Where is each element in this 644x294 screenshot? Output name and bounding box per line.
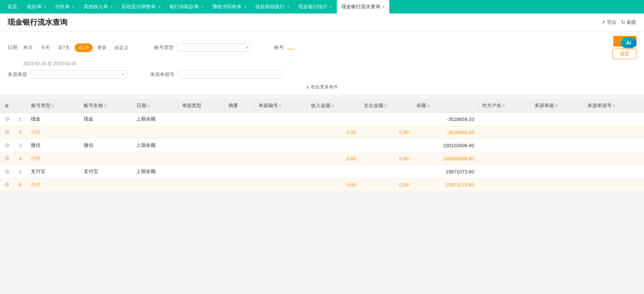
account-type-label: 账号类型 xyxy=(154,44,174,51)
cell-doc_no xyxy=(254,126,307,139)
nav-tab-现金银行统计[interactable]: 现金银行统计× xyxy=(294,0,336,13)
export-label: 导出 xyxy=(607,19,617,26)
cell-account_type: 支付宝 xyxy=(27,165,80,178)
cell-source_doc_no xyxy=(583,152,644,165)
cell-source_doc_no xyxy=(583,113,644,126)
table-row: ⚙2小计0.000.00-3528659.33 xyxy=(0,126,644,139)
col-header-source_doc_no[interactable]: 来源单据号⇅ xyxy=(583,99,644,113)
row-gear-icon[interactable]: ⚙ xyxy=(4,181,10,188)
nav-tab-付款单[interactable]: 付款单× xyxy=(51,0,79,13)
sort-icon-doc_no: ⇅ xyxy=(279,104,282,108)
close-tab-icon[interactable]: × xyxy=(72,4,74,9)
source-doc-no-input[interactable] xyxy=(177,70,282,79)
cell-doc_no xyxy=(254,152,307,165)
col-header-income[interactable]: 收入金额⇅ xyxy=(307,99,360,113)
row-gear-icon[interactable]: ⚙ xyxy=(4,168,10,175)
col-header-expense[interactable]: 支出金额⇅ xyxy=(360,99,413,113)
cell-expense: 0.00 xyxy=(360,178,413,191)
row-gear-icon[interactable]: ⚙ xyxy=(4,129,10,136)
gear-icon[interactable]: ⚙ xyxy=(5,103,9,109)
filter-row-2: 来源单据 ▾ 来源单据号 xyxy=(8,70,636,79)
sort-icon-date: ⇅ xyxy=(147,104,150,108)
col-header-doc_type: 单据类型 xyxy=(178,99,225,113)
col-header-gear: ⚙ xyxy=(0,99,14,113)
date-btn-more[interactable]: 更多 xyxy=(94,43,110,52)
cell-balance: 100102606.60 xyxy=(413,139,478,152)
filter-area: 日期 昨天今天近7天近1月更多自定义 账号类型 ▾ 账号 ... 查询 设置 2… xyxy=(0,31,644,95)
cell-num: 1 xyxy=(14,113,27,126)
row-gear-icon[interactable]: ⚙ xyxy=(4,155,10,162)
nav-tab-现金银行流水查询[interactable]: 现金银行流水查询× xyxy=(337,0,389,13)
date-btn-7days[interactable]: 近7天 xyxy=(55,43,73,52)
nav-tab-其他收入单[interactable]: 其他收入单× xyxy=(79,0,117,13)
collapse-icon: ∧ xyxy=(306,85,309,90)
cell-num: 3 xyxy=(14,139,27,152)
refresh-button[interactable]: ↻ 刷新 xyxy=(621,19,636,26)
close-tab-icon[interactable]: × xyxy=(110,4,113,9)
nav-tab-银行存取款单[interactable]: 银行存取款单× xyxy=(165,0,208,13)
close-tab-icon[interactable]: × xyxy=(44,4,46,9)
cell-expense: 0.00 xyxy=(360,152,413,165)
cell-counterpart xyxy=(478,113,531,126)
col-header-source_doc[interactable]: 来源单据⇅ xyxy=(531,99,584,113)
cell-doc_type xyxy=(178,165,225,178)
filter-row-1: 日期 昨天今天近7天近1月更多自定义 账号类型 ▾ 账号 ... 查询 设置 xyxy=(8,36,636,59)
cell-gear: ⚙ xyxy=(0,139,14,152)
ai-badge[interactable]: Ai xyxy=(621,37,636,48)
cell-gear: ⚙ xyxy=(0,165,14,178)
date-btn-1month[interactable]: 近1月 xyxy=(75,43,93,52)
cell-doc_type xyxy=(178,113,225,126)
nav-home[interactable]: 首页 xyxy=(3,0,22,13)
col-header-balance[interactable]: 余额⇅ xyxy=(413,99,478,113)
top-nav: 首页 收款单×付款单×其他收入单×应收应付调整单×银行存取款单×预收冲应收单×收… xyxy=(0,0,644,13)
source-doc-select[interactable]: ▾ xyxy=(30,70,128,79)
cell-balance: 19871073.60 xyxy=(413,178,478,191)
cell-income: 0.00 xyxy=(307,178,360,191)
account-dots[interactable]: ... xyxy=(287,44,295,52)
nav-tab-应收应付调整单[interactable]: 应收应付调整单× xyxy=(117,0,165,13)
account-type-filter: 账号类型 ▾ xyxy=(154,43,252,52)
nav-tab-收款单[interactable]: 收款单× xyxy=(23,0,51,13)
cell-date xyxy=(132,152,178,165)
tab-label: 银行存取款单 xyxy=(170,3,199,10)
cell-counterpart xyxy=(478,152,531,165)
tab-label: 收款核销执行 xyxy=(255,3,285,10)
collapse-label: 收起更多条件 xyxy=(311,84,338,90)
account-type-select[interactable]: ▾ xyxy=(177,43,252,52)
col-header-doc_no[interactable]: 单据编号⇅ xyxy=(254,99,307,113)
cell-account_type: 微信 xyxy=(27,139,80,152)
cell-account_name xyxy=(80,126,133,139)
export-icon: ↗ xyxy=(601,19,605,25)
date-btn-yesterday[interactable]: 昨天 xyxy=(20,43,36,52)
close-tab-icon[interactable]: × xyxy=(383,4,385,9)
row-gear-icon[interactable]: ⚙ xyxy=(4,116,10,122)
cell-expense: 0.00 xyxy=(360,126,413,139)
close-tab-icon[interactable]: × xyxy=(330,4,332,9)
col-header-counterpart[interactable]: 对方户名⇅ xyxy=(478,99,531,113)
cell-counterpart xyxy=(478,178,531,191)
close-tab-icon[interactable]: × xyxy=(287,4,289,9)
account-label: 账号 xyxy=(274,44,284,51)
cell-expense xyxy=(360,139,413,152)
col-header-account_name[interactable]: 账号名称⇅ xyxy=(80,99,133,113)
row-gear-icon[interactable]: ⚙ xyxy=(4,142,10,149)
nav-tab-预收冲应收单[interactable]: 预收冲应收单× xyxy=(208,0,251,13)
date-btn-today[interactable]: 今天 xyxy=(38,43,53,52)
settings-button[interactable]: 设置 xyxy=(612,49,636,59)
cell-summary xyxy=(225,152,255,165)
close-tab-icon[interactable]: × xyxy=(244,4,246,9)
close-tab-icon[interactable]: × xyxy=(158,4,160,9)
date-btn-custom[interactable]: 自定义 xyxy=(111,43,132,52)
collapse-row: ∧ 收起更多条件 xyxy=(8,82,636,90)
export-button[interactable]: ↗ 导出 xyxy=(601,19,617,26)
col-header-account_type[interactable]: 账号类型⇅ xyxy=(27,99,80,113)
tab-label: 其他收入单 xyxy=(84,3,108,10)
sort-icon-account_name: ⇅ xyxy=(104,104,107,108)
date-label: 日期 xyxy=(8,44,17,51)
cell-doc_no xyxy=(254,165,307,178)
cell-account_name xyxy=(80,178,133,191)
col-header-date[interactable]: 日期⇅ xyxy=(132,99,178,113)
nav-tab-收款核销执行[interactable]: 收款核销执行× xyxy=(251,0,294,13)
collapse-button[interactable]: ∧ 收起更多条件 xyxy=(306,84,338,90)
close-tab-icon[interactable]: × xyxy=(201,4,203,9)
